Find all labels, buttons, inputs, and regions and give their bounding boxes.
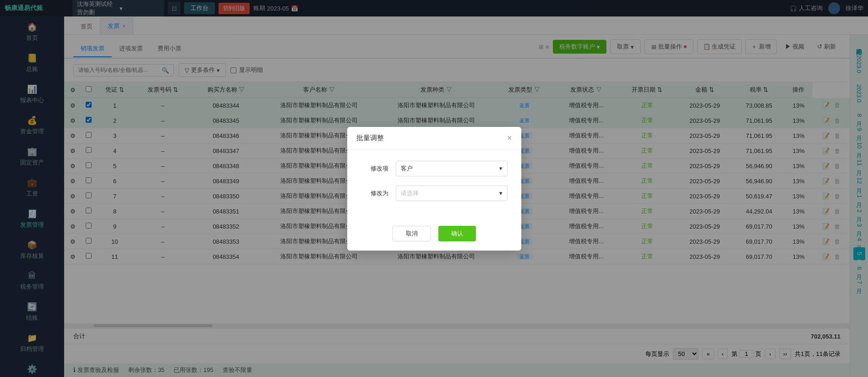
form-field-value: 客户 [401,164,413,173]
modal-overlay[interactable]: 批量调整 × 修改项 客户 ▾ 修改为 请选择 ▾ 取消 确认 [0,0,868,377]
modal-title: 批量调整 [356,134,384,142]
modal-cancel-button[interactable]: 取消 [393,226,431,241]
modal-confirm-button[interactable]: 确认 [438,226,476,241]
form-row-value: 修改为 请选择 ▾ [361,186,508,201]
chevron-down-icon: ▾ [499,190,502,197]
modal-footer: 取消 确认 [347,221,521,251]
chevron-down-icon: ▾ [499,165,502,172]
form-value-placeholder: 请选择 [401,189,419,197]
form-value-select[interactable]: 请选择 ▾ [396,186,508,201]
form-field-select[interactable]: 客户 ▾ [396,161,508,176]
form-value-label: 修改为 [361,189,388,197]
modal-header: 批量调整 × [347,127,521,150]
modal-close-button[interactable]: × [507,133,512,143]
form-field-label: 修改项 [361,164,388,173]
batch-adjust-modal: 批量调整 × 修改项 客户 ▾ 修改为 请选择 ▾ 取消 确认 [347,127,521,251]
modal-body: 修改项 客户 ▾ 修改为 请选择 ▾ [347,150,521,221]
form-row-field: 修改项 客户 ▾ [361,161,508,176]
